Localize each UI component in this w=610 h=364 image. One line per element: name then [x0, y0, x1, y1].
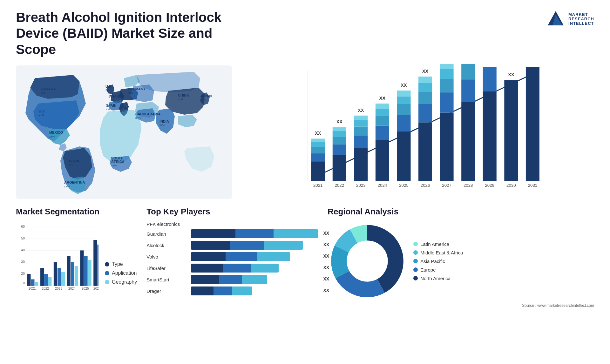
svg-text:2029: 2029: [485, 183, 494, 188]
map-container: CANADA xx% U.S. xx% MEXICO xx% BRAZIL xx…: [16, 64, 232, 200]
svg-text:2021: 2021: [29, 287, 36, 290]
svg-rect-70: [418, 92, 432, 104]
svg-text:2026: 2026: [421, 183, 430, 188]
svg-rect-115: [31, 280, 34, 286]
svg-text:2025: 2025: [399, 183, 409, 188]
top-section: CANADA xx% U.S. xx% MEXICO xx% BRAZIL xx…: [16, 64, 594, 200]
svg-text:CHINA: CHINA: [178, 93, 189, 97]
bar-seg3: [274, 229, 318, 238]
svg-text:INDIA: INDIA: [159, 119, 169, 123]
regional-dot-europe: [413, 267, 418, 272]
svg-text:xx%: xx%: [64, 185, 70, 188]
svg-text:XX: XX: [508, 72, 514, 77]
svg-rect-66: [397, 91, 410, 96]
player-bar-alcolock: XX: [191, 241, 318, 250]
growth-bar-chart: XX XX XX: [241, 64, 594, 200]
player-name-guardian: Guardian: [146, 231, 188, 237]
svg-text:2028: 2028: [464, 183, 473, 188]
regional-dot-na: [413, 276, 418, 280]
svg-text:FRANCE: FRANCE: [109, 95, 124, 98]
regional-legend-na: North America: [413, 276, 463, 281]
svg-text:MEXICO: MEXICO: [49, 131, 63, 134]
svg-rect-116: [35, 282, 38, 286]
player-bar-guardian: XX: [191, 229, 318, 238]
svg-rect-85: [483, 67, 497, 91]
svg-rect-47: [333, 131, 346, 137]
svg-rect-123: [67, 256, 71, 286]
player-bar-pfk: [191, 223, 318, 226]
svg-text:ARGENTINA: ARGENTINA: [64, 180, 85, 184]
svg-text:60: 60: [21, 225, 25, 228]
bar-chart-container: XX XX XX: [241, 64, 594, 200]
svg-text:2030: 2030: [506, 183, 516, 188]
player-row-guardian: Guardian XX: [146, 229, 318, 238]
svg-rect-53: [354, 120, 368, 126]
svg-text:xx%: xx%: [200, 98, 206, 101]
svg-text:xx%: xx%: [67, 164, 73, 167]
svg-text:CANADA: CANADA: [41, 87, 56, 91]
svg-text:GERMANY: GERMANY: [128, 87, 146, 91]
svg-text:SPAIN: SPAIN: [106, 104, 117, 107]
svg-text:2024: 2024: [68, 287, 76, 290]
svg-rect-89: [526, 67, 539, 181]
legend-item-geography: Geography: [105, 279, 137, 285]
svg-text:2026: 2026: [93, 287, 98, 290]
regional-analysis-area: Latin America Middle East & Africa Asia …: [328, 221, 594, 301]
svg-rect-51: [354, 135, 368, 148]
player-bar-volvo: XX: [191, 252, 318, 261]
regional-title: Regional Analysis: [328, 207, 594, 217]
svg-text:xx%: xx%: [39, 114, 44, 117]
svg-text:U.S.: U.S.: [39, 109, 45, 113]
svg-text:ITALY: ITALY: [119, 105, 129, 109]
svg-rect-84: [483, 91, 497, 181]
svg-rect-130: [97, 245, 98, 286]
player-row-lifesafer: LifeSafer XX: [146, 264, 318, 273]
svg-rect-54: [354, 116, 368, 120]
svg-rect-68: [418, 122, 432, 181]
svg-rect-114: [27, 274, 30, 286]
svg-rect-126: [80, 251, 84, 286]
player-name-smartstart: SmartStart: [146, 277, 188, 282]
svg-text:2024: 2024: [378, 183, 387, 188]
bar-seg2: [235, 229, 274, 238]
svg-rect-77: [440, 69, 454, 79]
svg-rect-127: [84, 256, 88, 286]
svg-rect-75: [440, 92, 454, 112]
svg-text:2023: 2023: [55, 287, 62, 290]
player-name-alcolock: Alcolock: [146, 243, 188, 248]
regional-donut-chart: [328, 221, 407, 301]
player-name-lifesafer: LifeSafer: [146, 266, 188, 271]
regional-legend-apac: Asia Pacific: [413, 259, 463, 264]
svg-rect-59: [376, 109, 389, 116]
svg-rect-118: [44, 274, 48, 286]
svg-text:SAUDI ARABIA: SAUDI ARABIA: [135, 112, 161, 116]
player-row-volvo: Volvo XX: [146, 252, 318, 261]
svg-text:xx%: xx%: [106, 108, 112, 111]
logo-text: MARKET RESEARCH INTELLECT: [568, 12, 594, 26]
bottom-section: Market Segmentation 60 50 40 30 20 10: [16, 207, 594, 354]
svg-rect-81: [461, 79, 475, 102]
svg-text:40: 40: [21, 248, 25, 252]
svg-rect-38: [311, 161, 325, 181]
logo-icon: [546, 10, 565, 29]
svg-text:xx%: xx%: [111, 164, 117, 167]
svg-rect-76: [440, 79, 454, 92]
svg-rect-40: [311, 147, 325, 153]
world-map: CANADA xx% U.S. xx% MEXICO xx% BRAZIL xx…: [16, 64, 232, 200]
regional-container: Regional Analysis: [328, 207, 594, 354]
svg-rect-42: [311, 139, 325, 142]
regional-legend-europe: Europe: [413, 267, 463, 273]
regional-legend-latin: Latin America: [413, 241, 463, 247]
segmentation-title: Market Segmentation: [16, 207, 137, 217]
svg-rect-58: [376, 116, 389, 126]
regional-dot-latin: [413, 242, 418, 246]
page-container: Breath Alcohol Ignition Interlock Device…: [0, 0, 610, 364]
svg-text:XX: XX: [379, 96, 386, 101]
svg-text:xx%: xx%: [178, 98, 183, 101]
svg-text:AFRICA: AFRICA: [111, 160, 125, 164]
regional-legend: Latin America Middle East & Africa Asia …: [413, 241, 463, 281]
svg-rect-71: [418, 83, 432, 92]
svg-rect-52: [354, 127, 368, 136]
svg-text:2021: 2021: [313, 183, 323, 188]
svg-text:2023: 2023: [356, 183, 366, 188]
